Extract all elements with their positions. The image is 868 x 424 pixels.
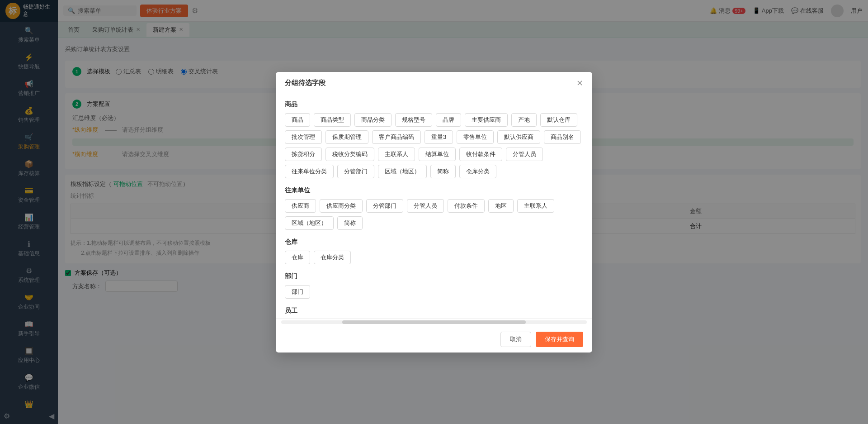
section-title-1: 往来单位 — [285, 186, 583, 195]
field-tag-0-9[interactable]: 保质期管理 — [326, 130, 368, 144]
field-tag-1-2[interactable]: 分管部门 — [366, 199, 403, 213]
confirm-button[interactable]: 保存并查询 — [536, 332, 583, 347]
field-tag-0-2[interactable]: 商品分类 — [354, 113, 392, 127]
field-tag-0-18[interactable]: 结算单位 — [419, 148, 456, 161]
field-tag-0-25[interactable]: 仓库分类 — [459, 165, 496, 178]
field-tag-0-15[interactable]: 拣货积分 — [285, 148, 322, 161]
field-tag-0-23[interactable]: 区域（地区） — [378, 165, 427, 178]
field-grid-1: 供应商供应商分类分管部门分管人员付款条件地区主联系人区域（地区）简称 — [285, 199, 583, 230]
field-tag-0-7[interactable]: 默认仓库 — [540, 113, 577, 127]
field-tag-0-19[interactable]: 收付款条件 — [459, 148, 502, 161]
field-tag-0-4[interactable]: 品牌 — [436, 113, 461, 127]
field-tag-0-3[interactable]: 规格型号 — [395, 113, 432, 127]
field-tag-1-5[interactable]: 地区 — [488, 199, 514, 213]
field-tag-1-4[interactable]: 付款条件 — [448, 199, 485, 213]
field-tag-0-6[interactable]: 产地 — [511, 113, 537, 127]
section-title-0: 商品 — [285, 100, 583, 109]
field-tag-3-0[interactable]: 部门 — [285, 285, 310, 299]
field-select-modal: 分组待选字段 ✕ 商品商品商品类型商品分类规格型号品牌主要供应商产地默认仓库批次… — [276, 72, 592, 353]
field-grid-0: 商品商品类型商品分类规格型号品牌主要供应商产地默认仓库批次管理保质期管理客户商品… — [285, 113, 583, 178]
field-tag-0-13[interactable]: 默认供应商 — [497, 130, 540, 144]
field-section-1: 往来单位供应商供应商分类分管部门分管人员付款条件地区主联系人区域（地区）简称 — [285, 186, 583, 230]
modal-title: 分组待选字段 — [285, 79, 326, 87]
field-section-2: 仓库仓库仓库分类 — [285, 238, 583, 264]
field-grid-2: 仓库仓库分类 — [285, 251, 583, 264]
field-tag-1-1[interactable]: 供应商分类 — [320, 199, 363, 213]
field-tag-1-8[interactable]: 简称 — [337, 216, 363, 230]
field-tag-0-12[interactable]: 零售单位 — [457, 130, 494, 144]
field-tag-0-8[interactable]: 批次管理 — [285, 130, 322, 144]
field-section-3: 部门部门 — [285, 272, 583, 299]
field-tag-0-11[interactable]: 重量3 — [425, 130, 453, 144]
field-tag-0-20[interactable]: 分管人员 — [506, 148, 543, 161]
section-title-3: 部门 — [285, 272, 583, 281]
modal-close-button[interactable]: ✕ — [576, 78, 583, 88]
modal-body: 商品商品商品类型商品分类规格型号品牌主要供应商产地默认仓库批次管理保质期管理客户… — [276, 93, 592, 318]
field-tag-0-22[interactable]: 分管部门 — [337, 165, 374, 178]
cancel-button[interactable]: 取消 — [500, 332, 531, 347]
field-tag-1-7[interactable]: 区域（地区） — [285, 216, 334, 230]
modal-overlay: 分组待选字段 ✕ 商品商品商品类型商品分类规格型号品牌主要供应商产地默认仓库批次… — [0, 0, 868, 424]
field-tag-0-5[interactable]: 主要供应商 — [465, 113, 508, 127]
field-tag-2-1[interactable]: 仓库分类 — [314, 251, 351, 264]
field-tag-1-6[interactable]: 主联系人 — [517, 199, 554, 213]
field-tag-0-17[interactable]: 主联系人 — [378, 148, 415, 161]
field-tag-0-0[interactable]: 商品 — [285, 113, 310, 127]
field-tag-0-1[interactable]: 商品类型 — [314, 113, 351, 127]
section-title-2: 仓库 — [285, 238, 583, 246]
field-tag-0-14[interactable]: 商品别名 — [544, 130, 581, 144]
field-tag-1-3[interactable]: 分管人员 — [407, 199, 444, 213]
field-section-0: 商品商品商品类型商品分类规格型号品牌主要供应商产地默认仓库批次管理保质期管理客户… — [285, 100, 583, 178]
field-grid-3: 部门 — [285, 285, 583, 299]
field-section-4: 员工业务员 — [285, 307, 583, 318]
modal-footer: 取消 保存并查询 — [276, 326, 592, 353]
section-title-4: 员工 — [285, 307, 583, 315]
field-tag-2-0[interactable]: 仓库 — [285, 251, 310, 264]
modal-header: 分组待选字段 ✕ — [276, 72, 592, 93]
field-tag-0-24[interactable]: 简称 — [430, 165, 456, 178]
field-tag-0-10[interactable]: 客户商品编码 — [372, 130, 421, 144]
field-tag-0-21[interactable]: 往来单位分类 — [285, 165, 334, 178]
field-tag-1-0[interactable]: 供应商 — [285, 199, 316, 213]
field-tag-0-16[interactable]: 税收分类编码 — [326, 148, 374, 161]
